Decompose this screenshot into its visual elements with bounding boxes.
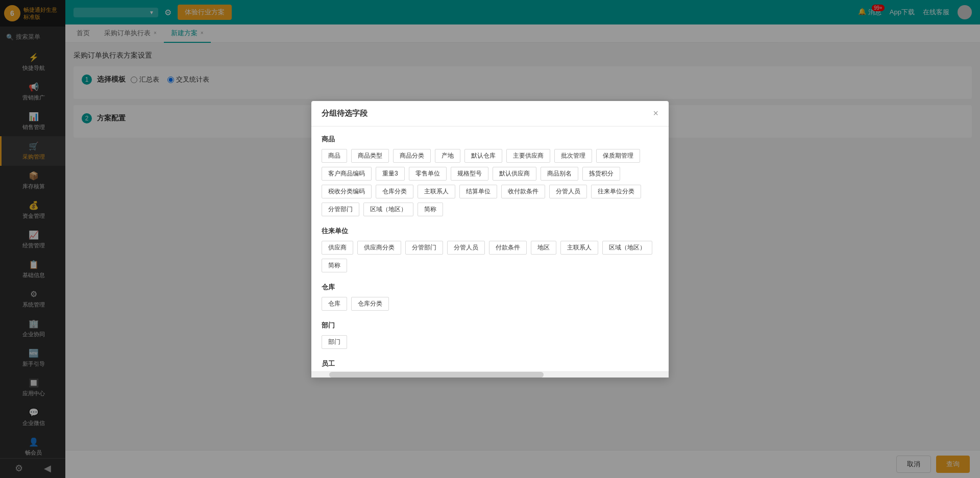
tag-grid-warehouse: 仓库仓库分类 [322, 297, 658, 311]
tag-商品分类[interactable]: 商品分类 [393, 149, 431, 163]
tag-往来单位分类[interactable]: 往来单位分类 [591, 185, 641, 198]
tag-商品[interactable]: 商品 [322, 149, 347, 163]
tag-零售单位[interactable]: 零售单位 [409, 167, 447, 181]
section-title-partner: 往来单位 [322, 227, 658, 236]
tag-简称[interactable]: 简称 [322, 259, 347, 272]
tag-收付款条件[interactable]: 收付款条件 [501, 185, 545, 198]
tag-仓库[interactable]: 仓库 [322, 297, 347, 311]
tag-供应商[interactable]: 供应商 [322, 241, 353, 255]
field-select-modal: 分组待选字段 × 商品商品商品类型商品分类产地默认仓库主要供应商批次管理保质期管… [311, 101, 669, 378]
tag-简称[interactable]: 简称 [418, 203, 443, 216]
section-warehouse: 仓库仓库仓库分类 [322, 283, 658, 311]
modal-close-button[interactable]: × [653, 108, 658, 119]
tag-区域（地区）[interactable]: 区域（地区） [602, 241, 652, 255]
tag-产地[interactable]: 产地 [435, 149, 460, 163]
tag-grid-goods: 商品商品类型商品分类产地默认仓库主要供应商批次管理保质期管理客户商品编码重量3零… [322, 149, 658, 216]
section-title-warehouse: 仓库 [322, 283, 658, 292]
tag-拣货积分[interactable]: 拣货积分 [582, 167, 620, 181]
tag-税收分类编码[interactable]: 税收分类编码 [322, 185, 372, 198]
tag-主要供应商[interactable]: 主要供应商 [506, 149, 550, 163]
tag-主联系人[interactable]: 主联系人 [418, 185, 455, 198]
modal-header: 分组待选字段 × [311, 101, 669, 127]
tag-地区[interactable]: 地区 [531, 241, 556, 255]
modal-overlay: 分组待选字段 × 商品商品商品类型商品分类产地默认仓库主要供应商批次管理保质期管… [0, 0, 980, 478]
tag-付款条件[interactable]: 付款条件 [489, 241, 527, 255]
tag-供应商分类[interactable]: 供应商分类 [357, 241, 401, 255]
tag-保质期管理[interactable]: 保质期管理 [596, 149, 640, 163]
tag-商品别名[interactable]: 商品别名 [541, 167, 578, 181]
tag-客户商品编码[interactable]: 客户商品编码 [322, 167, 372, 181]
tag-规格型号[interactable]: 规格型号 [451, 167, 488, 181]
tag-结算单位[interactable]: 结算单位 [459, 185, 497, 198]
tag-分管部门[interactable]: 分管部门 [322, 203, 359, 216]
tag-商品类型[interactable]: 商品类型 [351, 149, 389, 163]
section-title-employee: 员工 [322, 359, 658, 368]
tag-重量3[interactable]: 重量3 [376, 167, 405, 181]
tag-grid-partner: 供应商供应商分类分管部门分管人员付款条件地区主联系人区域（地区）简称 [322, 241, 658, 272]
tag-主联系人[interactable]: 主联系人 [560, 241, 598, 255]
tag-分管人员[interactable]: 分管人员 [447, 241, 485, 255]
tag-批次管理[interactable]: 批次管理 [554, 149, 592, 163]
modal-hscroll-bar [329, 372, 544, 378]
tag-分管部门[interactable]: 分管部门 [405, 241, 443, 255]
tag-仓库分类[interactable]: 仓库分类 [351, 297, 389, 311]
section-department: 部门部门 [322, 321, 658, 349]
tag-默认仓库[interactable]: 默认仓库 [464, 149, 502, 163]
tag-默认供应商[interactable]: 默认供应商 [493, 167, 536, 181]
tag-部门[interactable]: 部门 [322, 335, 347, 349]
section-title-goods: 商品 [322, 135, 658, 144]
modal-title: 分组待选字段 [322, 109, 368, 118]
section-employee: 员工业务员 [322, 359, 658, 371]
section-title-department: 部门 [322, 321, 658, 330]
modal-horizontal-scrollbar[interactable] [311, 371, 669, 378]
modal-body: 商品商品商品类型商品分类产地默认仓库主要供应商批次管理保质期管理客户商品编码重量… [311, 127, 669, 371]
section-partner: 往来单位供应商供应商分类分管部门分管人员付款条件地区主联系人区域（地区）简称 [322, 227, 658, 272]
tag-grid-department: 部门 [322, 335, 658, 349]
tag-分管人员[interactable]: 分管人员 [549, 185, 587, 198]
tag-仓库分类[interactable]: 仓库分类 [376, 185, 413, 198]
section-goods: 商品商品商品类型商品分类产地默认仓库主要供应商批次管理保质期管理客户商品编码重量… [322, 135, 658, 216]
tag-区域（地区）[interactable]: 区域（地区） [363, 203, 413, 216]
